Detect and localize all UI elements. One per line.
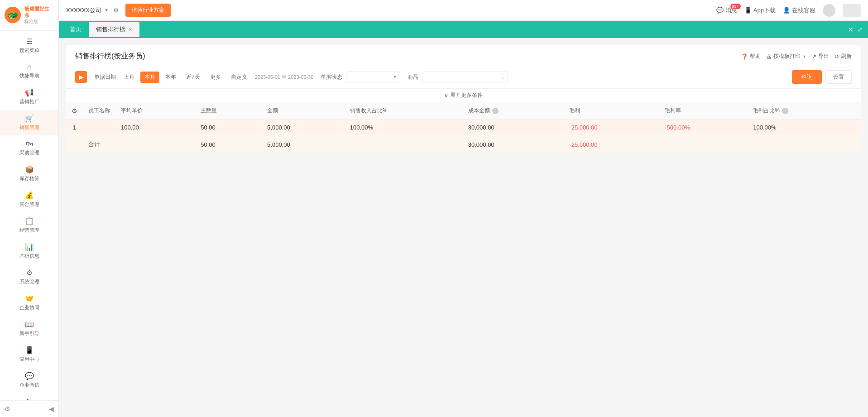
date-btn-last-month[interactable]: 上月: [120, 72, 139, 83]
online-service-btn[interactable]: 👤 在线客服: [783, 6, 815, 14]
date-filter-label: 单据日期: [94, 73, 116, 81]
col-profit-pct-label: 毛利占比%: [753, 107, 780, 114]
page-header: 销售排行榜(按业务员) ❓ 帮助 🖨 按模板打印 ▼ ↗: [66, 45, 861, 66]
help-btn[interactable]: ❓ 帮助: [741, 53, 761, 60]
filter-bar: ▶ 单据日期 上月 本月 本年 近7天 更多 自定义 2023-06-01 至 …: [66, 66, 861, 89]
profit-pct-info-icon[interactable]: ?: [782, 108, 788, 114]
expand-more-btn[interactable]: ∨ 展开更多条件: [444, 91, 483, 99]
company-name: XXXXXX公司: [66, 6, 101, 14]
print-label: 按模板打印: [773, 53, 801, 60]
query-button[interactable]: 查询: [792, 70, 822, 84]
print-template-btn[interactable]: 🖨 按模板打印 ▼: [766, 53, 806, 60]
sidebar-item-inventory[interactable]: 📦 库存核算: [0, 161, 58, 187]
page-title: 销售排行榜(按业务员): [75, 52, 145, 61]
trial-button[interactable]: 体验行业方案: [125, 4, 171, 17]
col-sales-pct-label: 销售收入占比%: [350, 107, 388, 114]
sidebar-item-member[interactable]: V 畅会员: [0, 393, 58, 400]
sidebar-item-operations[interactable]: 📋 经营管理: [0, 212, 58, 238]
col-settings-header: ⚙: [66, 102, 83, 120]
data-table-wrap: ⚙ 员工名称 平均单价 主数量: [66, 102, 861, 153]
footer-profit-pct: [748, 136, 861, 153]
window-close-btn[interactable]: ✕: [846, 24, 855, 36]
footer-profit-rate: [659, 136, 748, 153]
sidebar-collapse-btn[interactable]: ◀: [49, 405, 54, 412]
settings-button[interactable]: 设置: [825, 70, 852, 84]
service-label: 在线客服: [792, 6, 815, 14]
sidebar-item-purchase[interactable]: 🛍 采购管理: [0, 135, 58, 161]
sidebar-item-guide[interactable]: 📖 新手引导: [0, 316, 58, 341]
sidebar-item-basics[interactable]: 📊 基础信息: [0, 238, 58, 264]
marketing-icon: 📢: [25, 88, 34, 97]
date-btn-this-year[interactable]: 本年: [161, 72, 180, 83]
appstore-icon: 📱: [25, 346, 34, 355]
inventory-icon: 📦: [25, 165, 34, 174]
system-icon: ⚙: [26, 268, 33, 277]
date-btn-more[interactable]: 更多: [206, 72, 225, 83]
col-cost-header: 成本全额 ?: [463, 102, 564, 120]
date-btn-custom[interactable]: 自定义: [227, 72, 251, 83]
page-content: 销售排行榜(按业务员) ❓ 帮助 🖨 按模板打印 ▼ ↗: [59, 38, 868, 417]
sidebar-item-marketing[interactable]: 📢 营销推广: [0, 84, 58, 110]
tab-sales-ranking-label: 销售排行榜: [96, 25, 125, 34]
refresh-btn[interactable]: ↺ 刷新: [834, 53, 852, 60]
row-sales-pct: 100.00%: [345, 120, 463, 136]
column-settings-icon[interactable]: ⚙: [72, 107, 77, 115]
tab-home-label: 首页: [70, 25, 82, 34]
col-profit-rate-label: 毛利率: [665, 107, 681, 114]
page-card: 销售排行榜(按业务员) ❓ 帮助 🖨 按模板打印 ▼ ↗: [66, 45, 861, 153]
sidebar-item-finance[interactable]: 💰 资金管理: [0, 187, 58, 212]
basics-icon: 📊: [25, 243, 34, 251]
sidebar-item-appstore[interactable]: 📱 应用中心: [0, 341, 58, 367]
sidebar-footer: ⚙ ◀: [0, 400, 58, 417]
date-btn-this-month[interactable]: 本月: [140, 72, 159, 83]
table-body: 1 100.00 50.00 5,000.00 100.00% 30,000.0…: [66, 120, 861, 136]
filter-right-actions: 查询 设置: [792, 70, 852, 84]
sidebar-item-enterprise[interactable]: 🤝 企业协同: [0, 290, 58, 316]
sidebar: 🐲 畅康通好生意 标准版 ☰ 搜索菜单 ⌂ 快捷导航 📢 营销推广 🛒: [0, 0, 59, 417]
col-avg-price-header: 平均单价: [115, 102, 195, 120]
app-download-btn[interactable]: 📱 App下载: [744, 6, 776, 14]
refresh-label: 刷新: [841, 53, 852, 60]
col-profit-rate-header: 毛利率: [659, 102, 748, 120]
footer-avg-price: [115, 136, 195, 153]
user-avatar[interactable]: [823, 4, 835, 17]
settings-gear-icon[interactable]: ⚙: [113, 7, 119, 14]
sidebar-settings-btn[interactable]: ⚙: [5, 405, 10, 412]
window-restore-btn[interactable]: ⤢: [855, 24, 864, 35]
print-dropdown-icon: ▼: [802, 54, 806, 59]
sidebar-item-sales[interactable]: 🛒 销售管理: [0, 110, 58, 135]
filter-collapse-btn[interactable]: ▶: [75, 71, 87, 83]
tab-close-icon[interactable]: ✕: [128, 27, 132, 33]
sidebar-item-wechat[interactable]: 💬 企业微信: [0, 367, 58, 393]
footer-sales-pct: [345, 136, 463, 153]
cost-info-icon[interactable]: ?: [492, 108, 499, 114]
logo-title: 畅康通好生意: [24, 5, 54, 19]
collapse-icon: ▶: [79, 73, 84, 81]
table-footer-row: 合计 50.00 5,000.00 30,000.00 -25,000.00: [66, 136, 861, 153]
tab-home[interactable]: 首页: [62, 22, 89, 37]
sidebar-menu: ☰ 搜索菜单 ⌂ 快捷导航 📢 营销推广 🛒 销售管理 🛍 采购管理 📦 库: [0, 31, 58, 400]
row-cost: 30,000.00: [463, 120, 564, 136]
sales-icon: 🛒: [25, 114, 34, 123]
goods-filter-label: 商品: [408, 73, 418, 81]
row-profit-pct: 100.00%: [748, 120, 861, 136]
sidebar-item-search[interactable]: ☰ 搜索菜单: [0, 33, 58, 58]
col-cost-label: 成本全额: [468, 107, 490, 114]
date-filter-group: 单据日期 上月 本月 本年 近7天 更多 自定义 2023-06-01 至 20…: [94, 72, 313, 83]
col-total-header: 全额: [262, 102, 345, 120]
date-btn-7days[interactable]: 近7天: [182, 72, 204, 83]
col-profit-label: 毛利: [569, 107, 580, 114]
col-profit-pct-header: 毛利占比% ?: [748, 102, 861, 120]
status-select[interactable]: [346, 72, 400, 82]
notification-btn[interactable]: 💬 消息 99+: [716, 6, 737, 14]
tab-sales-ranking[interactable]: 销售排行榜 ✕: [89, 22, 139, 37]
logo-icon: 🐲: [5, 7, 21, 23]
goods-input[interactable]: [422, 72, 508, 82]
col-sales-pct-header: 销售收入占比%: [345, 102, 463, 120]
company-selector[interactable]: XXXXXX公司 ▼: [66, 6, 109, 14]
topbar: XXXXXX公司 ▼ ⚙ 体验行业方案 💬 消息 99+ 📱 App下载 👤 在…: [59, 0, 868, 21]
sidebar-item-system[interactable]: ⚙ 系统管理: [0, 264, 58, 290]
export-btn[interactable]: ↗ 导出: [812, 53, 829, 60]
sidebar-item-quicknav[interactable]: ⌂ 快捷导航: [0, 58, 58, 84]
notification-icon: 💬: [716, 7, 724, 14]
